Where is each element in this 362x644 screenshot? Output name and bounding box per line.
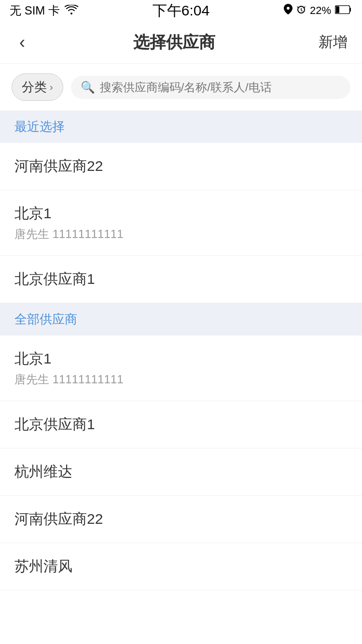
section-header-text-all: 全部供应商 [14, 312, 77, 326]
item-name: 北京1 [14, 204, 348, 224]
section-header-all: 全部供应商 [0, 303, 362, 336]
item-name: 北京1 [14, 349, 348, 369]
item-name: 北京供应商1 [14, 415, 348, 434]
list-item[interactable]: 北京供应商1 [0, 401, 362, 448]
list-item[interactable]: 北京1唐先生 11111111111 [0, 190, 362, 256]
sections-container: 最近选择河南供应商22北京1唐先生 11111111111北京供应商1全部供应商… [0, 111, 362, 590]
category-label: 分类 [22, 79, 47, 96]
section-header-text-recent: 最近选择 [14, 119, 65, 134]
status-left: 无 SIM 卡 [10, 3, 78, 18]
status-time: 下午6:04 [153, 1, 209, 21]
nav-bar: ‹ 选择供应商 新增 [0, 21, 362, 64]
list-item[interactable]: 杭州维达 [0, 448, 362, 496]
list-item[interactable]: 苏州清风 [0, 543, 362, 590]
list-item[interactable]: 北京供应商1 [0, 256, 362, 303]
item-name: 河南供应商22 [14, 509, 348, 529]
status-right: 22% [284, 4, 352, 17]
battery-icon [335, 4, 352, 17]
carrier-text: 无 SIM 卡 [10, 3, 60, 18]
item-name: 苏州清风 [14, 557, 348, 576]
search-bar: 分类 › 🔍 [0, 64, 362, 111]
search-icon: 🔍 [81, 81, 95, 94]
item-sub: 唐先生 11111111111 [14, 372, 348, 387]
wifi-icon [65, 4, 78, 17]
list-item[interactable]: 河南供应商22 [0, 496, 362, 543]
page-title: 选择供应商 [133, 31, 215, 54]
add-button[interactable]: 新增 [319, 32, 348, 52]
status-bar: 无 SIM 卡 下午6:04 22% [0, 0, 362, 21]
location-icon [284, 4, 292, 17]
section-header-recent: 最近选择 [0, 111, 362, 143]
search-input[interactable] [100, 81, 341, 94]
back-button[interactable]: ‹ [14, 28, 30, 57]
search-input-wrap: 🔍 [71, 76, 350, 99]
svg-rect-2 [336, 6, 339, 13]
battery-text: 22% [310, 4, 331, 17]
item-name: 河南供应商22 [14, 156, 348, 176]
category-button[interactable]: 分类 › [12, 73, 63, 101]
item-name: 北京供应商1 [14, 269, 348, 289]
list-item[interactable]: 河南供应商22 [0, 143, 362, 190]
item-name: 杭州维达 [14, 462, 348, 482]
item-sub: 唐先生 11111111111 [14, 226, 348, 242]
alarm-icon [296, 4, 306, 17]
chevron-right-icon: › [50, 82, 53, 93]
list-item[interactable]: 北京1唐先生 11111111111 [0, 336, 362, 401]
